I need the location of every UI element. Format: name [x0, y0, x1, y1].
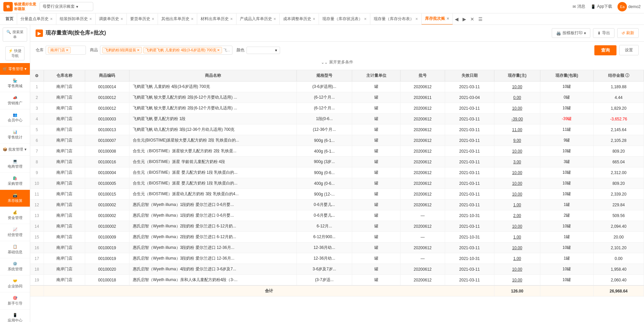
cell-qty-main[interactable]: 10.00	[494, 82, 540, 92]
col-batch: 批号	[400, 70, 445, 82]
industry-select[interactable]: 母婴行业演示账套 ▾	[40, 2, 93, 11]
warehouse-tag-nanqiao[interactable]: 南岸门店 ✕	[48, 47, 71, 53]
cell-qty-main[interactable]: 10.00	[494, 178, 540, 189]
sidebar-item-operations[interactable]: 📈 经营管理	[0, 224, 30, 241]
cell-qty-main[interactable]: 10.00	[494, 243, 540, 253]
col-settings[interactable]: ⚙	[30, 70, 44, 82]
cell-expire: 2021-03-11	[445, 135, 494, 146]
tab-close-batch-purchase[interactable]: ✕	[446, 17, 449, 20]
cell-qty-main[interactable]: -39.00	[494, 114, 540, 124]
tab-menu[interactable]: ☰	[476, 16, 485, 22]
tab-stock-status[interactable]: 现存量（库存状况表） ✕	[319, 13, 370, 25]
product-more[interactable]: 飞...	[223, 48, 230, 53]
expand-btn[interactable]: ▶	[36, 30, 43, 37]
tab-requisition[interactable]: 要货单历史 ✕	[127, 13, 158, 25]
sidebar-item-wholesale[interactable]: 📦 批发管理 ▼	[0, 144, 30, 156]
tab-other-outbound[interactable]: 其他出库单历史 ✕	[158, 13, 197, 25]
product-tag-2[interactable]: 飞鹤星飞帆 儿童奶粉 4段(3-6岁适用) 700克 ✕	[143, 47, 222, 53]
cell-qty-pack: 1罐	[540, 253, 593, 264]
cell-qty-main[interactable]: 10.00	[494, 146, 540, 157]
tab-stock-distribution[interactable]: 现存量（库存分布表） ✕	[370, 13, 422, 25]
tab-transfer[interactable]: 调拨单历史 ✕	[96, 13, 127, 25]
cell-qty-main[interactable]: 1.00	[494, 200, 540, 210]
cell-code: 00100012	[85, 92, 129, 103]
setting-btn[interactable]: 设置	[619, 45, 639, 55]
product-tag-container[interactable]: 飞鹤奶粉3段两提装 ✕ 飞鹤星飞帆 儿童奶粉 4段(3-6岁适用) 700克 ✕…	[100, 46, 232, 55]
tab-home[interactable]: 首页	[2, 13, 17, 25]
tab-close-stock-status[interactable]: ✕	[364, 17, 367, 21]
color-select[interactable]: ▾	[247, 47, 280, 54]
product-tag-1-close[interactable]: ✕	[137, 48, 140, 52]
warehouse-tag-container[interactable]: 南岸门店 ✕	[46, 46, 86, 55]
cell-name: 惠氏启智（Wyeth illuma）亲和人体儿童配方奶粉4段（3-...	[129, 275, 297, 286]
tab-close-all[interactable]: ✕	[468, 16, 476, 22]
export-btn[interactable]: ⬇ 导出	[593, 28, 614, 38]
cell-warehouse: 南岸门店	[44, 221, 85, 232]
settings-icon[interactable]: ⚙	[35, 73, 39, 78]
tab-close-disassemble[interactable]: ✕	[89, 17, 92, 21]
cell-qty-main[interactable]: 10.00	[494, 275, 540, 286]
sidebar-item-inventory[interactable]: 🗃️ 库存核算	[0, 190, 30, 207]
cell-qty-main[interactable]: 2.00	[494, 210, 540, 221]
expand-conditions-btn[interactable]: ⌄⌄ 展开更多条件	[317, 58, 357, 66]
cell-unit: 罐	[352, 103, 400, 114]
sidebar-item-retail-stats[interactable]: 📊 零售统计	[0, 126, 30, 144]
sidebar-item-finance[interactable]: 💰 资金管理	[0, 207, 30, 224]
sidebar-item-retail-shop[interactable]: 🏪 零售商城	[0, 75, 30, 92]
tab-close-cost-adjust[interactable]: ✕	[313, 17, 315, 21]
search-menu-btn[interactable]: 🔍 搜索菜单	[3, 28, 27, 42]
refresh-btn[interactable]: ↺ 刷新	[617, 28, 639, 38]
tab-batch-purchase[interactable]: 库存批次账 ✕	[422, 13, 453, 25]
tab-close-stock-distribution[interactable]: ✕	[415, 17, 418, 21]
user-avatar[interactable]: Ea demo2	[618, 2, 641, 11]
cell-qty-main[interactable]: 10.00	[494, 103, 540, 114]
cell-qty-main[interactable]: 9.00	[494, 135, 540, 146]
cell-qty-main[interactable]: 0.00	[494, 92, 540, 103]
sidebar-item-member-center[interactable]: 👥 会员中心	[0, 109, 30, 126]
tab-nav-left[interactable]: ◀	[453, 16, 461, 22]
tab-split-inventory[interactable]: 分量盘点单历史 ✕	[17, 13, 56, 25]
tab-close-material-outbound[interactable]: ✕	[230, 17, 233, 21]
cell-qty-main[interactable]: 1.00	[494, 253, 540, 264]
cell-spec: 3-6岁及7岁...	[297, 264, 352, 275]
cell-name: 合生元(BIOSTIME)派星较大婴儿配方奶粉 2段 乳铁蛋白的...	[129, 135, 297, 146]
cell-batch: 20200611	[400, 92, 445, 103]
cell-qty-main[interactable]: 10.00	[494, 264, 540, 275]
tab-close-split-inventory[interactable]: ✕	[50, 17, 53, 21]
tab-nav-right[interactable]: ▶	[461, 16, 468, 22]
tab-product-inbound[interactable]: 产成品入库单历史 ✕	[236, 13, 280, 25]
tab-close-product-inbound[interactable]: ✕	[273, 17, 276, 21]
quick-nav-btn[interactable]: ⚡ 快捷导航	[5, 46, 24, 60]
sidebar-ecommerce-icon: 💻	[13, 159, 17, 163]
cell-unit: 罐	[352, 146, 400, 157]
tab-cost-adjust[interactable]: 成本调整单历史 ✕	[280, 13, 319, 25]
product-tag-2-close[interactable]: ✕	[217, 48, 220, 52]
cell-qty-main[interactable]: 11.00	[494, 124, 540, 135]
product-tag-1[interactable]: 飞鹤奶粉3段两提装 ✕	[102, 47, 142, 53]
sidebar-item-new-guide[interactable]: 🎯 新手引导	[0, 292, 30, 310]
template-print-btn[interactable]: 🖨️ 按模板打印 ▾	[552, 28, 590, 38]
sidebar-item-ecommerce[interactable]: 💻 电商管理	[0, 156, 30, 173]
sidebar-item-base-info[interactable]: 📋 基础信息	[0, 241, 30, 258]
tab-close-transfer[interactable]: ✕	[120, 17, 123, 21]
warehouse-tag-close[interactable]: ✕	[66, 48, 68, 52]
sidebar-item-sys-mgmt[interactable]: ⚙️ 系统管理	[0, 258, 30, 275]
tab-disassemble[interactable]: 组装拆卸单历史 ✕	[56, 13, 96, 25]
app-download-btn[interactable]: 📱 App下载	[591, 4, 612, 9]
sidebar-item-purchase[interactable]: 🛍️ 采购管理	[0, 173, 30, 190]
sidebar-item-retail-mgmt[interactable]: 🛒 零售管理 ▼	[0, 63, 30, 75]
query-btn[interactable]: 查询	[594, 45, 616, 55]
sidebar-item-marketing[interactable]: 📣 营销推广	[0, 92, 30, 109]
cell-qty-main[interactable]: 3.00	[494, 157, 540, 167]
cell-qty-main[interactable]: 10.00	[494, 167, 540, 178]
top-right-actions: ✉ 消息 📱 App下载 Ea demo2	[573, 2, 641, 11]
tab-close-requisition[interactable]: ✕	[152, 17, 154, 21]
sidebar-item-app-center[interactable]: 📱 应用中心	[0, 310, 30, 322]
tab-material-outbound[interactable]: 材料出库单历史 ✕	[197, 13, 236, 25]
cell-qty-main[interactable]: 1.00	[494, 232, 540, 243]
cell-qty-main[interactable]: 10.00	[494, 189, 540, 200]
tab-close-other-outbound[interactable]: ✕	[191, 17, 194, 21]
message-btn[interactable]: ✉ 消息	[573, 4, 585, 9]
cell-qty-main[interactable]: 10.00	[494, 221, 540, 232]
sidebar-item-enterprise-coop[interactable]: 🤝 企业协同	[0, 275, 30, 292]
